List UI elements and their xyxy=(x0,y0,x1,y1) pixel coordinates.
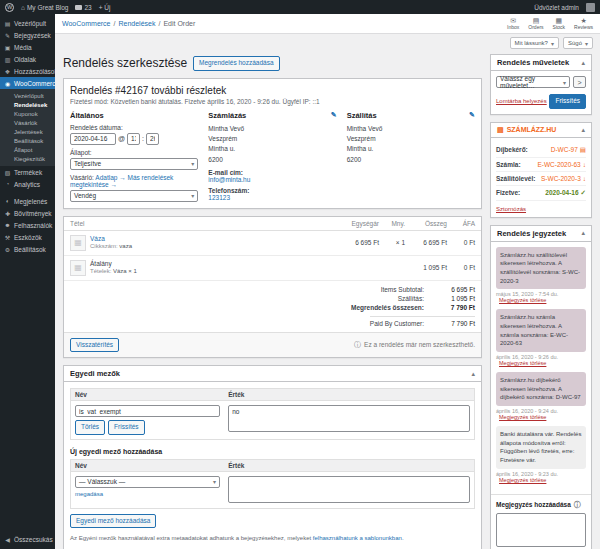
update-order-button[interactable]: Frissítés xyxy=(549,94,586,109)
delete-note-link[interactable]: Megjegyzés törlése xyxy=(499,297,546,303)
add-order-button[interactable]: Megrendelés hozzáadása xyxy=(193,56,279,71)
sidebar-item-pages[interactable]: ▥ Oldalak xyxy=(0,53,55,65)
breadcrumb-woocommerce[interactable]: WooCommerce xyxy=(62,20,111,27)
apply-action-button[interactable]: > xyxy=(573,76,586,88)
sidebar-item-tools[interactable]: ⚒ Eszközök xyxy=(0,231,55,243)
sidebar-item-media[interactable]: ▣ Média xyxy=(0,41,55,53)
activity-inbox-button[interactable]: ✉ Inbox xyxy=(507,17,519,30)
submenu-item-extensions[interactable]: Kiegészítők xyxy=(0,154,55,163)
avatar[interactable] xyxy=(586,3,595,12)
shipping-item-row: ▦ Átalány Tételek: Váza × 1 1 095 Ft 0 F… xyxy=(64,256,481,281)
custom-fields-help-link[interactable]: felhasználhatunk a sablonunkban. xyxy=(313,535,404,541)
billing-phone-link[interactable]: 123123 xyxy=(208,194,230,201)
order-item-row: ▦ Váza Cikkszám: vaza 6 695 Ft × 1 6 695… xyxy=(64,231,481,256)
sidebar-item-posts[interactable]: ✎ Bejegyzések xyxy=(0,29,55,41)
panel-toggle-icon[interactable]: ▴ xyxy=(581,59,585,67)
delete-note-link[interactable]: Megjegyzés törlése xyxy=(499,360,546,366)
pages-icon: ▥ xyxy=(4,56,11,63)
szamlazz-title: ▤ SZÁMLÁZZ.HU xyxy=(497,126,556,134)
products-icon: ▧ xyxy=(4,169,11,176)
custom-fields-header: Név Érték xyxy=(70,388,475,401)
order-notes-panel: Rendelés jegyzetek ▴ Számlázz.hu szállít… xyxy=(490,225,592,549)
custom-field-key-input[interactable] xyxy=(75,405,220,417)
billing-address: Mintha Vevő Veszprém Mintha u. 6200 xyxy=(208,124,336,166)
panel-toggle-icon[interactable]: ▴ xyxy=(581,126,585,134)
items-header-row: Tétel Egységár Mny. Összeg ÁFA xyxy=(64,217,481,231)
sidebar-item-plugins[interactable]: ✚ Bővítmények 11 xyxy=(0,207,55,219)
sidebar-item-appearance[interactable]: ◐ Megjelenés xyxy=(0,195,55,207)
sidebar-item-comments[interactable]: ❖ Hozzászólások xyxy=(0,65,55,77)
add-custom-field-button[interactable]: Egyedi mező hozzáadása xyxy=(70,514,156,529)
delivery-note-link[interactable]: S-WC-2020-3 ↓ xyxy=(541,175,586,182)
submenu-item-customers[interactable]: Vásárlók xyxy=(0,118,55,127)
new-content-link[interactable]: + Új xyxy=(99,4,111,11)
submenu-item-reports[interactable]: Jelentések xyxy=(0,127,55,136)
breadcrumb-orders[interactable]: Rendelések xyxy=(118,20,155,27)
delete-note-link[interactable]: Megjegyzés törlése xyxy=(499,477,546,483)
howdy-text[interactable]: Üdvözlet admin xyxy=(534,4,579,11)
add-custom-field-header: Név Érték xyxy=(70,459,475,472)
customer-select[interactable]: Vendég ▾ xyxy=(70,190,198,202)
custom-field-row: Törlés Frissítés no xyxy=(70,401,475,440)
site-name-label: My Great Blog xyxy=(27,4,69,11)
submenu-item-coupons[interactable]: Kuponok xyxy=(0,109,55,118)
sidebar-item-users[interactable]: ☻ Felhasználók xyxy=(0,219,55,231)
sidebar-item-products[interactable]: ▧ Termékek xyxy=(0,166,55,178)
move-to-trash-link[interactable]: Lomtárba helyezés xyxy=(496,98,547,104)
comments-link[interactable]: 23 xyxy=(75,4,91,11)
order-billing-column: Számlázás ✎ Mintha Vevő Veszprém Mintha … xyxy=(208,111,336,202)
order-actions-title: Rendelés műveletek xyxy=(497,58,569,67)
new-custom-field-value-textarea[interactable] xyxy=(228,476,470,503)
product-name-link[interactable]: Váza xyxy=(90,235,105,242)
add-note-textarea[interactable] xyxy=(496,513,586,547)
submenu-item-orders[interactable]: Rendelések xyxy=(0,100,55,109)
order-action-select[interactable]: Válassz egy műveletet… ▾ xyxy=(496,76,570,88)
edit-billing-icon[interactable]: ✎ xyxy=(331,111,337,119)
document-icon: ▤ xyxy=(580,146,586,154)
order-data-panel: Rendelés #42167 további részletek Fizeté… xyxy=(63,78,482,209)
enter-new-field-link[interactable]: megadása xyxy=(75,491,103,497)
delete-field-button[interactable]: Törlés xyxy=(75,420,105,435)
customer-label: Vásárló: Adatlap → Más rendelések megtek… xyxy=(70,174,198,188)
wordpress-logo-icon[interactable]: W xyxy=(5,3,14,12)
delete-note-link[interactable]: Megjegyzés törlése xyxy=(499,414,546,420)
custom-field-name-select[interactable]: — Válasszuk — ▾ xyxy=(75,476,220,488)
activity-reviews-button[interactable]: ★ Reviews xyxy=(574,17,593,30)
customer-profile-link[interactable]: Adatlap → xyxy=(95,174,125,181)
order-notes-title: Rendelés jegyzetek xyxy=(497,229,566,238)
site-name-link[interactable]: ⌂ My Great Blog xyxy=(21,4,68,11)
submenu-item-dashboard[interactable]: Vezérlőpult xyxy=(0,91,55,100)
order-minute-input[interactable] xyxy=(146,133,159,145)
sidebar-item-dashboard[interactable]: ▤ Vezérlőpult xyxy=(0,17,55,29)
activity-stock-button[interactable]: ▦ Stock xyxy=(553,17,566,30)
proforma-link[interactable]: D-WC-97 ▤ xyxy=(551,146,586,154)
order-general-column: Általános Rendelés dátuma: @ : Állapot: xyxy=(70,111,198,202)
woocommerce-submenu: Vezérlőpult Rendelések Kuponok Vásárlók … xyxy=(0,89,55,166)
custom-field-value-textarea[interactable]: no xyxy=(228,405,470,432)
submenu-item-settings[interactable]: Beállítások xyxy=(0,136,55,145)
chevron-down-icon: ▾ xyxy=(563,79,566,86)
sidebar-item-analytics[interactable]: ◔ Analytics xyxy=(0,178,55,190)
order-date-input[interactable] xyxy=(70,133,116,145)
sidebar-item-settings[interactable]: ⚙ Beállítások xyxy=(0,243,55,255)
billing-email-link[interactable]: info@minta.hu xyxy=(208,176,250,183)
update-field-button[interactable]: Frissítés xyxy=(108,420,145,435)
order-hour-input[interactable] xyxy=(127,133,140,145)
billing-email-label: E-mail cím: xyxy=(208,169,336,176)
general-heading: Általános xyxy=(70,111,198,120)
activity-orders-button[interactable]: ▤ Orders xyxy=(528,17,543,30)
product-thumbnail: ▦ xyxy=(70,235,86,251)
invoice-link[interactable]: E-WC-2020-63 ↓ xyxy=(537,161,586,168)
submenu-item-status[interactable]: Állapot xyxy=(0,145,55,154)
storno-link[interactable]: Sztornózás xyxy=(496,206,526,212)
order-status-select[interactable]: Teljesítve ▾ xyxy=(70,158,198,170)
edit-shipping-icon[interactable]: ✎ xyxy=(469,111,475,119)
sidebar-item-woocommerce[interactable]: ◉ WooCommerce xyxy=(0,77,55,89)
screen-options-select[interactable]: Mit lássunk? ▾ xyxy=(510,37,559,49)
panel-toggle-icon[interactable]: ▴ xyxy=(471,370,475,378)
activity-panel: ✉ Inbox ▤ Orders ▦ Stock ★ Reviews xyxy=(507,17,593,30)
refund-button[interactable]: Visszatérítés xyxy=(70,338,119,353)
panel-toggle-icon[interactable]: ▴ xyxy=(581,229,585,237)
help-tab[interactable]: Súgó ▾ xyxy=(563,37,593,49)
collapse-menu-button[interactable]: ◀ Összecsukás xyxy=(0,533,55,545)
